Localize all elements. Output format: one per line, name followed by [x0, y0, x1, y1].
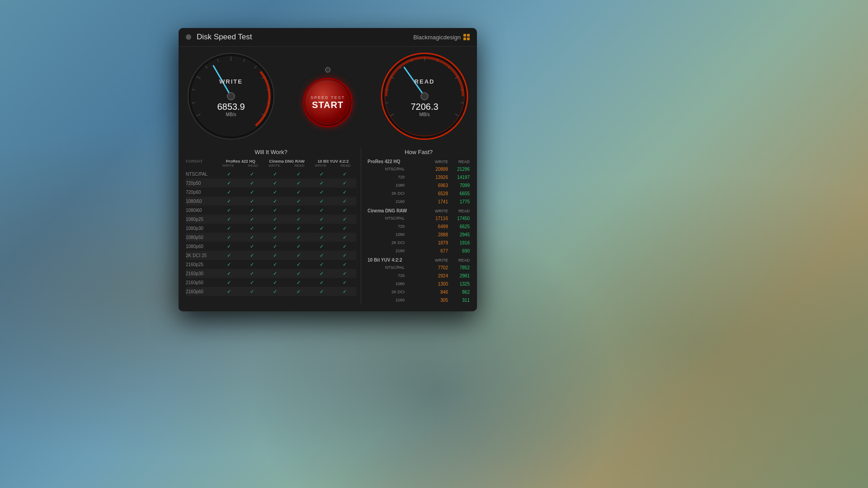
will-it-work-table: Will It Work? FORMAT ProRes 422 HQ WRITE…: [186, 149, 361, 304]
check-icon: ✓: [310, 180, 333, 186]
app-window: Disk Speed Test Blackmagicdesign: [179, 28, 477, 311]
check-icon: ✓: [333, 180, 356, 186]
check-icon: ✓: [287, 216, 310, 222]
how-fast-table: How Fast? ProRes 422 HQ WRITE READ NTSC/…: [361, 149, 470, 304]
prores-group-header: ProRes 422 HQ WRITE READ: [217, 159, 264, 168]
check-icon: ✓: [217, 216, 241, 222]
table-row: 720p50✓✓✓✓✓✓: [186, 178, 356, 188]
row-label: 1080: [368, 183, 408, 188]
check-icon: ✓: [264, 225, 287, 231]
write-value: 17116: [408, 216, 451, 221]
read-value: 1916: [451, 240, 470, 245]
row-format-label: 720p60: [186, 190, 217, 195]
close-button[interactable]: [186, 34, 191, 40]
brand-dot-1: [463, 34, 466, 37]
yuv-group-header: 10 Bit YUV 4:2:2 WRITE READ: [310, 159, 356, 168]
read-value: 6625: [451, 224, 470, 229]
check-icon: ✓: [241, 289, 264, 295]
check-icon: ✓: [310, 262, 333, 267]
row-label: NTSC/PAL: [368, 167, 408, 171]
row-checks: ✓✓✓✓✓✓: [217, 225, 356, 231]
check-icon: ✓: [333, 216, 356, 222]
right-section-header: ProRes 422 HQ WRITE READ: [368, 159, 470, 164]
row-format-label: 1080p50: [186, 235, 217, 240]
check-icon: ✓: [217, 225, 241, 231]
check-icon: ✓: [217, 280, 241, 286]
table-row: 2160 677 690: [368, 247, 470, 255]
row-format-label: 1080p60: [186, 244, 217, 249]
row-checks: ✓✓✓✓✓✓: [217, 198, 356, 204]
right-section-header: Cinema DNG RAW WRITE READ: [368, 208, 470, 213]
table-row: 1080i50✓✓✓✓✓✓: [186, 197, 356, 206]
row-format-label: 2160p25: [186, 262, 217, 267]
check-icon: ✓: [310, 289, 333, 295]
write-value: 6963: [408, 183, 451, 188]
row-checks: ✓✓✓✓✓✓: [217, 262, 356, 267]
check-icon: ✓: [310, 189, 333, 195]
row-format-label: 1080i60: [186, 208, 217, 213]
check-icon: ✓: [217, 171, 241, 177]
read-value: 311: [451, 298, 470, 303]
check-icon: ✓: [241, 180, 264, 186]
start-button[interactable]: SPEED TEST START: [303, 78, 353, 127]
read-value: 1325: [451, 282, 470, 286]
read-col-header: READ: [451, 258, 470, 263]
row-checks: ✓✓✓✓✓✓: [217, 235, 356, 240]
read-value: 14197: [451, 175, 470, 180]
row-label: 720: [368, 175, 408, 179]
read-value: 690: [451, 249, 470, 253]
check-icon: ✓: [287, 235, 310, 240]
table-row: 2K DCI 25✓✓✓✓✓✓: [186, 251, 356, 260]
row-checks: ✓✓✓✓✓✓: [217, 207, 356, 213]
check-icon: ✓: [310, 198, 333, 204]
check-icon: ✓: [310, 271, 333, 277]
row-checks: ✓✓✓✓✓✓: [217, 280, 356, 286]
svg-text:WRITE: WRITE: [219, 78, 243, 85]
row-label: NTSC/PAL: [368, 265, 408, 270]
row-format-label: 2160p60: [186, 289, 217, 294]
write-value: 846: [408, 290, 451, 295]
svg-point-16: [227, 93, 235, 100]
write-value: 677: [408, 249, 451, 253]
check-icon: ✓: [287, 180, 310, 186]
title-bar: Disk Speed Test Blackmagicdesign: [179, 28, 477, 47]
write-value: 2888: [408, 232, 451, 237]
check-icon: ✓: [333, 189, 356, 195]
row-checks: ✓✓✓✓✓✓: [217, 271, 356, 277]
table-row: 2160p50✓✓✓✓✓✓: [186, 278, 356, 287]
left-table-body: NTSC/PAL✓✓✓✓✓✓720p50✓✓✓✓✓✓720p60✓✓✓✓✓✓10…: [186, 169, 356, 296]
check-icon: ✓: [333, 280, 356, 286]
cinema-dng-group-header: Cinema DNG RAW WRITE READ: [264, 159, 310, 168]
check-icon: ✓: [217, 207, 241, 213]
will-it-work-title: Will It Work?: [186, 149, 356, 155]
check-icon: ✓: [287, 262, 310, 267]
section-name: Cinema DNG RAW: [368, 208, 408, 213]
read-value: 1775: [451, 199, 470, 204]
check-icon: ✓: [217, 235, 241, 240]
gauges-row: WRITE 6853.9 MB/s ⚙ SPEED TEST START: [186, 51, 470, 141]
check-icon: ✓: [264, 180, 287, 186]
table-row: 2160 1741 1775: [368, 197, 470, 206]
brand-dot-2: [467, 34, 470, 37]
row-format-label: 2160p30: [186, 271, 217, 276]
row-format-label: 2K DCI 25: [186, 253, 217, 258]
table-row: 720 13926 14197: [368, 173, 470, 181]
row-format-label: 1080p30: [186, 226, 217, 231]
table-row: 2160p60✓✓✓✓✓✓: [186, 287, 356, 296]
check-icon: ✓: [241, 171, 264, 177]
settings-icon[interactable]: ⚙: [324, 65, 331, 75]
brand-dot-4: [467, 38, 470, 40]
table-row: NTSC/PAL 7702 7852: [368, 263, 470, 272]
row-label: 2K DCI: [368, 290, 408, 294]
check-icon: ✓: [241, 235, 264, 240]
brand-dot-3: [463, 38, 466, 40]
row-checks: ✓✓✓✓✓✓: [217, 180, 356, 186]
check-icon: ✓: [264, 235, 287, 240]
check-icon: ✓: [310, 280, 333, 286]
brand-logo: [463, 34, 470, 40]
row-format-label: 720p50: [186, 181, 217, 186]
check-icon: ✓: [310, 216, 333, 222]
write-col-header: WRITE: [408, 209, 451, 213]
row-checks: ✓✓✓✓✓✓: [217, 216, 356, 222]
table-row: 2K DCI 846 862: [368, 288, 470, 296]
